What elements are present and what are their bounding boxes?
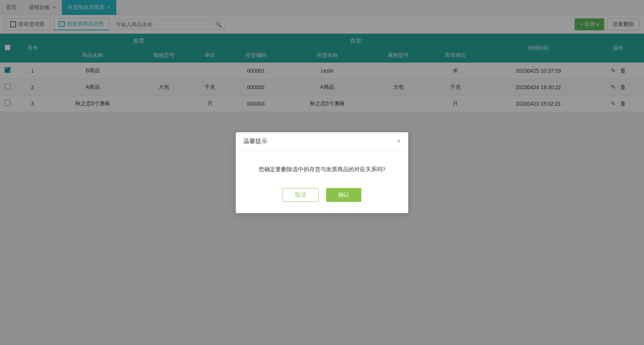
modal-overlay: 温馨提示 × 您确定要删除选中的存货与发票商品的对应关系吗? 取消 确认 — [0, 0, 644, 112]
